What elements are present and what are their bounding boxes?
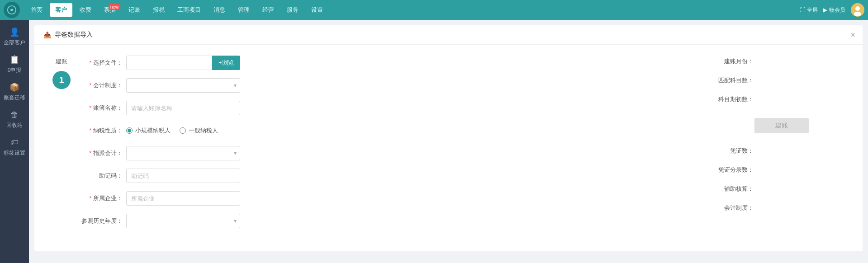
nav-item-ticket[interactable]: 票据 new	[99, 3, 121, 17]
radio-small-taxpayer[interactable]: 小规模纳税人	[126, 127, 171, 135]
nav-item-tax[interactable]: 报税	[147, 3, 170, 17]
radio-small-input[interactable]	[126, 127, 133, 134]
card-title: 导爸数据导入	[55, 31, 93, 39]
new-badge: new	[109, 4, 120, 10]
nav-item-settings[interactable]: 设置	[306, 3, 328, 17]
file-row: +浏览	[126, 56, 240, 70]
build-account-button[interactable]: 建账	[754, 118, 809, 133]
import-icon: 📤	[43, 31, 51, 38]
radio-general-taxpayer[interactable]: 一般纳税人	[180, 127, 218, 135]
nav-item-business[interactable]: 工商项目	[172, 3, 206, 17]
tax-type-group: 小规模纳税人 一般纳税人	[126, 123, 240, 138]
nav-item-message[interactable]: 消息	[208, 3, 231, 17]
member-button[interactable]: ▶ 畅会员	[823, 6, 845, 14]
nav-item-client[interactable]: 客户	[50, 3, 72, 17]
accounting-system-select[interactable]	[126, 78, 240, 93]
match-subjects-value	[757, 75, 844, 85]
main-area: 📤 导爸数据导入 × 建账 1 * 选择文件： +浏览	[29, 20, 868, 263]
subject-init-label: 科目期初数：	[718, 94, 754, 103]
step-label: 建账	[56, 57, 67, 66]
left-section: 建账 1 * 选择文件： +浏览 * 会计制度：	[52, 56, 682, 228]
sidebar-item-all-clients[interactable]: 👤 全部客户	[0, 23, 29, 50]
user-icon: 👤	[9, 27, 19, 37]
sidebar-item-recycle[interactable]: 🗑 回收站	[0, 106, 29, 133]
close-button[interactable]: ×	[850, 31, 855, 39]
sidebar: 👤 全部客户 📋 0申报 📦 账套迁移 🗑 回收站 🏷 标签设置	[0, 20, 29, 263]
nav-items: 首页 客户 收费 票据 new 记账 报税 工商项目 消息 管理 经营 服务 设…	[25, 3, 800, 17]
nav-item-bookkeeping[interactable]: 记账	[123, 3, 146, 17]
nav-item-manage[interactable]: 管理	[232, 3, 255, 17]
history-year-select[interactable]	[126, 214, 240, 228]
declare-icon: 📋	[9, 55, 19, 65]
nav-item-operation[interactable]: 经营	[257, 3, 280, 17]
memo-code-input[interactable]	[126, 169, 240, 183]
user-avatar[interactable]	[851, 3, 864, 17]
sidebar-item-account-migration[interactable]: 📦 账套迁移	[0, 79, 29, 105]
radio-small-label: 小规模纳税人	[135, 127, 171, 135]
trash-icon: 🗑	[9, 110, 19, 120]
right-accounting-system-label: 会计制度：	[718, 202, 754, 212]
app-logo[interactable]	[4, 2, 20, 18]
step-circle: 1	[52, 71, 71, 89]
history-year-wrap	[126, 214, 240, 228]
import-card: 📤 导爸数据导入 × 建账 1 * 选择文件： +浏览	[34, 25, 863, 251]
history-year-label: 参照历史年度：	[81, 217, 123, 225]
card-header: 📤 导爸数据导入	[34, 25, 863, 45]
right-panel: 建账月份： 匹配科目数： 科目期初数： 建账 凭证数： 凭证分录数： 辅助核算：	[700, 56, 844, 228]
tag-icon: 🏷	[9, 137, 19, 147]
voucher-count-value	[757, 145, 844, 156]
tax-type-label: * 纳税性质：	[81, 127, 123, 135]
fullscreen-icon: ⛶	[800, 7, 805, 13]
top-nav: 首页 客户 收费 票据 new 记账 报税 工商项目 消息 管理 经营 服务 设…	[0, 0, 868, 20]
file-input[interactable]	[126, 56, 212, 70]
accounting-system-label: * 会计制度：	[81, 81, 123, 89]
accounting-system-wrap	[126, 78, 240, 93]
file-label: * 选择文件：	[81, 59, 123, 67]
sidebar-item-zero-declare[interactable]: 📋 0申报	[0, 51, 29, 78]
month-label: 建账月份：	[718, 56, 754, 66]
subject-init-value	[757, 94, 844, 104]
nav-right: ⛶ 全屏 ▶ 畅会员	[800, 3, 864, 17]
svg-point-2	[855, 6, 860, 11]
radio-general-label: 一般纳税人	[189, 127, 218, 135]
form-area: 建账 1 * 选择文件： +浏览 * 会计制度：	[34, 45, 863, 239]
month-value	[757, 56, 844, 66]
form-fields: * 选择文件： +浏览 * 会计制度：	[81, 56, 240, 228]
memo-code-label: 助记码：	[81, 172, 123, 180]
browse-button[interactable]: +浏览	[212, 56, 240, 70]
match-subjects-label: 匹配科目数：	[718, 75, 754, 85]
voucher-entries-value	[757, 164, 844, 175]
nav-item-fee[interactable]: 收费	[74, 3, 97, 17]
belong-enterprise-input[interactable]	[126, 191, 240, 206]
play-icon: ▶	[823, 7, 827, 13]
voucher-count-label: 凭证数：	[718, 145, 754, 155]
belong-enterprise-label: * 所属企业：	[81, 194, 123, 202]
radio-general-input[interactable]	[180, 127, 186, 134]
account-name-input[interactable]	[126, 101, 240, 115]
account-name-label: * 账簿名称：	[81, 104, 123, 112]
migration-icon: 📦	[9, 82, 19, 92]
fullscreen-button[interactable]: ⛶ 全屏	[800, 6, 818, 14]
aux-accounting-label: 辅助核算：	[718, 183, 754, 193]
assign-accountant-wrap	[126, 146, 240, 160]
right-accounting-system-value	[757, 202, 844, 213]
assign-accountant-label: * 指派会计：	[81, 149, 123, 157]
nav-item-home[interactable]: 首页	[25, 3, 48, 17]
voucher-entries-label: 凭证分录数：	[718, 164, 754, 174]
sidebar-item-tag-settings[interactable]: 🏷 标签设置	[0, 134, 29, 160]
aux-accounting-value	[757, 183, 844, 194]
assign-accountant-select[interactable]	[126, 146, 240, 160]
nav-item-service[interactable]: 服务	[281, 3, 304, 17]
svg-point-3	[854, 12, 861, 16]
